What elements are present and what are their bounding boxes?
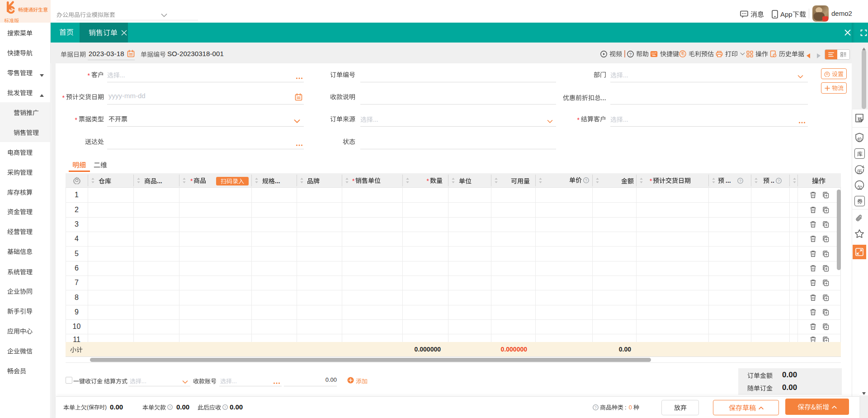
- svg-text:?: ?: [739, 178, 741, 183]
- svg-text:?: ?: [778, 178, 780, 183]
- svg-text:?: ?: [169, 405, 171, 409]
- svg-text:?: ?: [224, 405, 226, 409]
- svg-text:?: ?: [585, 178, 587, 182]
- svg-text:?: ?: [594, 405, 597, 409]
- svg-text:?: ?: [629, 52, 632, 57]
